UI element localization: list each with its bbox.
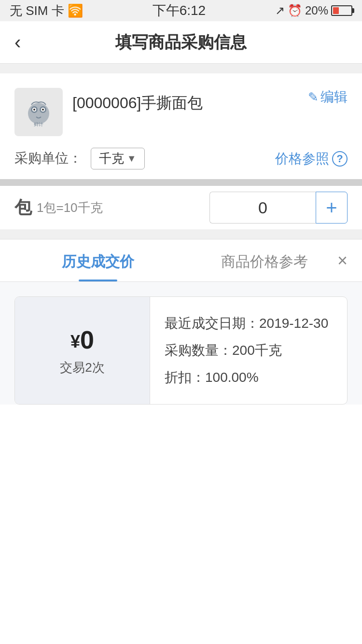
tab-price-ref[interactable]: 商品价格参考 xyxy=(181,239,348,281)
product-left: 鲜计 [0000006]手撕面包 xyxy=(14,88,203,136)
trade-card: ¥0 交易2次 最近成交日期：2019-12-30 采购数量：200千克 折扣：… xyxy=(14,296,348,405)
trade-recent-date-row: 最近成交日期：2019-12-30 xyxy=(165,314,333,333)
svg-point-5 xyxy=(33,109,35,111)
back-button[interactable]: ‹ xyxy=(14,31,21,53)
bottom-panel: 历史成交价 商品价格参考 × ¥0 交易2次 最近成交日期：2019-12-30… xyxy=(0,239,362,644)
content-rest xyxy=(0,405,362,644)
unit-label: 采购单位： xyxy=(14,151,82,166)
svg-point-0 xyxy=(28,103,49,124)
trade-discount-row: 折扣：100.00% xyxy=(165,368,333,387)
close-button[interactable]: × xyxy=(337,251,348,271)
currency-symbol: ¥ xyxy=(70,332,80,351)
battery-percent: 20% xyxy=(305,4,328,17)
quantity-input-row: + xyxy=(209,192,348,224)
dropdown-arrow-icon: ▼ xyxy=(127,153,137,164)
sim-label: 无 SIM 卡 🛜 xyxy=(10,2,83,19)
trade-card-details: 最近成交日期：2019-12-30 采购数量：200千克 折扣：100.00% xyxy=(150,297,347,404)
tabs-bar: 历史成交价 商品价格参考 × xyxy=(0,239,362,282)
edit-button[interactable]: ✎ 编辑 xyxy=(308,88,348,106)
svg-point-6 xyxy=(42,109,44,111)
tab-history-price[interactable]: 历史成交价 xyxy=(14,239,181,281)
status-left: 无 SIM 卡 🛜 xyxy=(10,2,83,19)
quantity-plus-button[interactable]: + xyxy=(316,192,348,224)
trade-count: 交易2次 xyxy=(60,359,104,376)
product-name: [0000006]手撕面包 xyxy=(72,88,203,114)
package-ratio: 1包=10千克 xyxy=(37,199,103,216)
location-icon: ↗ xyxy=(275,4,285,17)
product-section: 鲜计 [0000006]手撕面包 ✎ 编辑 采购单位： 千克 ▼ 价格参照 ? xyxy=(0,73,362,179)
section-divider xyxy=(0,179,362,186)
price-ref-help-icon: ? xyxy=(332,151,348,167)
package-info: 包 1包=10千克 xyxy=(14,196,103,220)
product-thumbnail: 鲜计 xyxy=(14,88,63,136)
edit-icon: ✎ xyxy=(308,90,319,105)
status-right: ↗ ⏰ 20% xyxy=(275,4,352,17)
quantity-input[interactable] xyxy=(209,192,316,224)
status-time: 下午6:12 xyxy=(153,1,206,20)
price-ref-button[interactable]: 价格参照 ? xyxy=(275,150,348,168)
trade-card-price-section: ¥0 交易2次 xyxy=(15,297,150,404)
package-icon: 包 xyxy=(14,196,32,220)
trade-quantity-row: 采购数量：200千克 xyxy=(165,341,333,360)
nav-bar: ‹ 填写商品采购信息 xyxy=(0,21,362,64)
product-logo: 鲜计 xyxy=(22,95,56,129)
status-bar: 无 SIM 卡 🛜 下午6:12 ↗ ⏰ 20% xyxy=(0,0,362,21)
product-unit-row: 采购单位： 千克 ▼ 价格参照 ? xyxy=(14,148,348,169)
page-title: 填写商品采购信息 xyxy=(115,31,247,54)
tab-active-indicator xyxy=(79,280,117,281)
quantity-section: 包 1包=10千克 + xyxy=(0,186,362,229)
product-header: 鲜计 [0000006]手撕面包 ✎ 编辑 xyxy=(14,88,348,136)
unit-select[interactable]: 千克 ▼ xyxy=(91,148,145,169)
alarm-icon: ⏰ xyxy=(288,4,302,17)
svg-text:鲜计: 鲜计 xyxy=(34,122,43,127)
trade-price: ¥0 xyxy=(70,325,94,354)
unit-selector-group: 采购单位： 千克 ▼ xyxy=(14,148,145,169)
battery-icon xyxy=(331,5,352,16)
